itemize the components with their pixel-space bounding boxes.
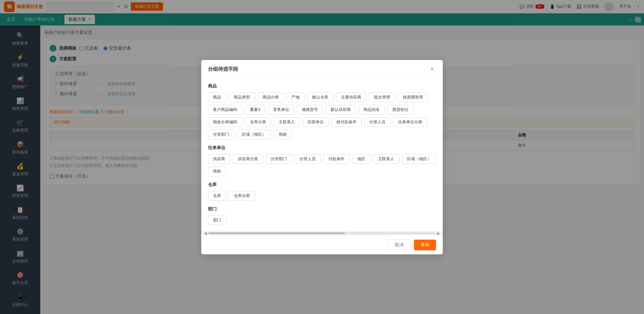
modal-header: 分组待选字段 ✕ xyxy=(201,60,443,78)
field-tag[interactable]: 主联系人 xyxy=(274,117,300,127)
section-warehouse-fields: 仓库 仓库分类 xyxy=(208,191,436,201)
modal-overlay: 分组待选字段 ✕ 商品 商品 商品类型 商品分类 产地 默认仓库 主要供应商 xyxy=(40,25,644,314)
field-tag[interactable]: 拣货积分 xyxy=(387,105,414,115)
modal-hscroll: ◀ ▶ xyxy=(201,231,443,235)
field-tag[interactable]: 分管人员 xyxy=(364,117,390,127)
field-tag[interactable]: 商品分类 xyxy=(258,92,284,102)
field-tag[interactable]: 重量3 xyxy=(245,105,265,115)
section-warehouse-title: 仓库 xyxy=(208,182,436,188)
content-area: 采购订单执行表方案设置 1 选择模板 汇总表 交叉统计表 xyxy=(40,25,644,314)
modal-footer: 取消 查询 xyxy=(201,235,443,254)
modal-cancel-btn[interactable]: 取消 xyxy=(388,240,411,250)
modal-hscroll-thumb xyxy=(208,232,345,234)
modal-confirm-btn[interactable]: 查询 xyxy=(414,240,436,250)
section-partner-fields: 供应商 供应商分类 分管部门 分管人员 付款条件 地区 主联系人 区域（地区） … xyxy=(208,154,436,176)
field-tag[interactable]: 默认仓库 xyxy=(307,92,333,102)
section-goods: 商品 商品 商品类型 商品分类 产地 默认仓库 主要供应商 批次管理 保质期管理… xyxy=(208,83,436,139)
field-tag[interactable]: 产地 xyxy=(286,92,305,102)
field-tag[interactable]: 仓库 xyxy=(208,191,226,201)
field-tag[interactable]: 分管部门 xyxy=(208,130,234,139)
modal-close-btn[interactable]: ✕ xyxy=(428,65,436,73)
section-goods-title: 商品 xyxy=(208,83,436,89)
field-tag[interactable]: 供应商分类 xyxy=(233,154,263,164)
section-partner: 往来单位 供应商 供应商分类 分管部门 分管人员 付款条件 地区 主联系人 区域… xyxy=(208,145,436,176)
field-tag[interactable]: 批次管理 xyxy=(369,92,395,102)
field-tag[interactable]: 区域（地区） xyxy=(402,154,436,164)
field-tag[interactable]: 结算单位 xyxy=(303,117,329,127)
field-tag[interactable]: 默认供应商 xyxy=(326,105,356,115)
field-tag[interactable]: 地区 xyxy=(352,154,370,164)
field-tag[interactable]: 客户商品编码 xyxy=(208,105,242,115)
modal-dialog: 分组待选字段 ✕ 商品 商品 商品类型 商品分类 产地 默认仓库 主要供应商 xyxy=(201,60,443,254)
field-tag[interactable]: 分管人员 xyxy=(294,154,321,164)
section-warehouse: 仓库 仓库 仓库分类 xyxy=(208,182,436,201)
field-tag[interactable]: 仓库分类 xyxy=(229,191,255,201)
field-tag[interactable]: 主要供应商 xyxy=(336,92,366,102)
field-tag[interactable]: 零售单位 xyxy=(268,105,294,115)
field-tag[interactable]: 主联系人 xyxy=(373,154,399,164)
field-tag[interactable]: 商品别名 xyxy=(359,105,385,115)
modal-body[interactable]: 商品 商品 商品类型 商品分类 产地 默认仓库 主要供应商 批次管理 保质期管理… xyxy=(201,78,443,231)
field-tag[interactable]: 收付款条件 xyxy=(331,117,362,127)
field-tag[interactable]: 分管部门 xyxy=(266,154,292,164)
field-tag[interactable]: 仓库分类 xyxy=(245,117,271,127)
field-tag[interactable]: 区域（地区） xyxy=(237,130,271,139)
field-tag[interactable]: 商品类型 xyxy=(229,92,255,102)
field-tag[interactable]: 商品 xyxy=(208,92,226,102)
field-tag[interactable]: 保质期管理 xyxy=(398,92,428,102)
section-goods-fields: 商品 商品类型 商品分类 产地 默认仓库 主要供应商 批次管理 保质期管理 客户… xyxy=(208,92,436,139)
field-tag[interactable]: 部门 xyxy=(208,215,226,225)
field-tag[interactable]: 规格型号 xyxy=(297,105,323,115)
field-tag[interactable]: 往来单位分类 xyxy=(393,117,427,127)
main-layout: 🔍 搜索菜单 ⚡ 快捷导航 📢 营销推广 📊 销售管理 🛒 采购管理 📦 库存核… xyxy=(0,25,644,314)
field-tag[interactable]: 税收分类编码 xyxy=(208,117,242,127)
section-partner-title: 往来单位 xyxy=(208,145,436,151)
section-department-title: 部门 xyxy=(208,206,436,212)
section-department-fields: 部门 xyxy=(208,215,436,225)
field-tag[interactable]: 简称 xyxy=(208,167,226,176)
field-tag[interactable]: 付款条件 xyxy=(323,154,350,164)
section-department: 部门 部门 xyxy=(208,206,436,225)
modal-title: 分组待选字段 xyxy=(208,66,238,72)
modal-hscroll-bar[interactable] xyxy=(208,232,436,234)
field-tag[interactable]: 供应商 xyxy=(208,154,230,164)
field-tag[interactable]: 简称 xyxy=(274,130,292,139)
